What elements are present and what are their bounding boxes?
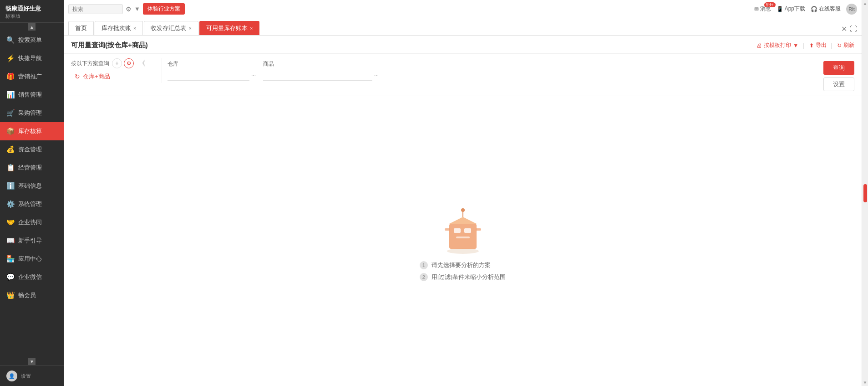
trial-button[interactable]: 体验行业方案 bbox=[143, 3, 185, 15]
operations-icon: 📋 bbox=[6, 164, 15, 172]
app-download-label: App下载 bbox=[785, 5, 805, 13]
customer-service-label: 在线客服 bbox=[819, 5, 841, 13]
tab-bar: 首页 库存批次账 × 收发存汇总表 × 可用量库存账本 × ✕ ⛶ bbox=[64, 18, 862, 36]
sidebar-item-label: 企业协同 bbox=[18, 218, 42, 226]
dropdown-arrow-icon[interactable]: ▼ bbox=[134, 5, 140, 12]
scroll-up-arrow[interactable]: ▲ bbox=[28, 23, 36, 31]
scrollbar-thumb[interactable] bbox=[863, 184, 867, 202]
finance-icon: 💰 bbox=[6, 145, 15, 154]
hint-text-1: 请先选择要分析的方案 bbox=[431, 261, 491, 269]
app-download-button[interactable]: 📱 App下载 bbox=[777, 5, 805, 13]
sidebar-item-operations[interactable]: 📋 经营管理 bbox=[0, 159, 64, 177]
scheme-item-warehouse-product[interactable]: ↻ 仓库+商品 bbox=[71, 70, 156, 83]
empty-hint-2: 2 用[过滤]条件来缩小分析范围 bbox=[420, 273, 506, 281]
sidebar-item-label: 系统管理 bbox=[18, 200, 42, 208]
sidebar-item-basic[interactable]: ℹ️ 基础信息 bbox=[0, 177, 64, 195]
inventory-icon: 📦 bbox=[6, 127, 15, 135]
tab-home[interactable]: 首页 bbox=[68, 21, 94, 35]
tab-available-label: 可用量库存账本 bbox=[206, 24, 248, 32]
right-scrollbar[interactable]: ▲ ▼ bbox=[862, 0, 868, 386]
sidebar-item-marketing[interactable]: 🎁 营销推广 bbox=[0, 67, 64, 86]
print-label: 按模板打印 bbox=[764, 41, 791, 49]
top-header: ⚙ ▼ 体验行业方案 ✉ 消息 99+ 📱 App下载 🎧 在线客服 Rit bbox=[64, 0, 862, 18]
message-icon: ✉ bbox=[754, 6, 759, 12]
sidebar-item-system[interactable]: ⚙️ 系统管理 bbox=[0, 195, 64, 213]
product-field: 商品 ··· bbox=[263, 60, 379, 81]
sidebar-item-member[interactable]: 👑 畅会员 bbox=[0, 286, 64, 304]
tab-actions: ✕ ⛶ bbox=[841, 25, 857, 35]
tab-batch-close[interactable]: × bbox=[133, 26, 136, 31]
purchase-icon: 🛒 bbox=[6, 109, 15, 117]
customer-service-button[interactable]: 🎧 在线客服 bbox=[811, 5, 841, 13]
sidebar-item-inventory[interactable]: 📦 库存核算 bbox=[0, 122, 64, 140]
main-area: ⚙ ▼ 体验行业方案 ✉ 消息 99+ 📱 App下载 🎧 在线客服 Rit bbox=[64, 0, 862, 386]
tab-home-label: 首页 bbox=[75, 24, 87, 32]
export-icon: ⬆ bbox=[809, 42, 814, 49]
wechat-icon: 💬 bbox=[6, 273, 15, 281]
gear-icon[interactable]: ⚙ bbox=[126, 5, 132, 13]
hint-number-2: 2 bbox=[420, 273, 428, 281]
sidebar-item-purchase[interactable]: 🛒 采购管理 bbox=[0, 104, 64, 122]
sidebar-item-label: 畅会员 bbox=[18, 291, 36, 299]
sidebar-item-apps[interactable]: 🏪 应用中心 bbox=[0, 250, 64, 268]
user-avatar[interactable]: Rit bbox=[846, 4, 857, 15]
print-dropdown-icon[interactable]: ▼ bbox=[793, 42, 798, 49]
system-icon: ⚙️ bbox=[6, 200, 15, 208]
warehouse-more[interactable]: ··· bbox=[251, 72, 256, 78]
page-title: 可用量查询(按仓库+商品) bbox=[71, 41, 148, 50]
svg-point-7 bbox=[461, 208, 465, 212]
product-input[interactable] bbox=[263, 70, 372, 81]
sidebar-scroll-up[interactable]: ▲ bbox=[0, 23, 64, 31]
tab-available-close[interactable]: × bbox=[250, 26, 253, 31]
sidebar-item-enterprise[interactable]: 🤝 企业协同 bbox=[0, 213, 64, 232]
filter-actions: 查询 设置 bbox=[823, 60, 854, 91]
sales-icon: 📊 bbox=[6, 91, 15, 99]
sidebar-item-label: 搜索菜单 bbox=[18, 36, 42, 44]
message-button[interactable]: ✉ 消息 99+ bbox=[754, 5, 771, 13]
warehouse-input[interactable] bbox=[168, 70, 249, 81]
svg-rect-5 bbox=[456, 237, 470, 238]
sidebar-item-sales[interactable]: 📊 销售管理 bbox=[0, 86, 64, 104]
sidebar-item-newbie[interactable]: 📖 新手引导 bbox=[0, 232, 64, 250]
query-button[interactable]: 查询 bbox=[823, 61, 854, 75]
setting-button[interactable]: 设置 bbox=[823, 77, 854, 91]
tab-close-button[interactable]: ✕ bbox=[841, 25, 847, 33]
product-more[interactable]: ··· bbox=[374, 72, 379, 78]
scroll-down-btn[interactable]: ▼ bbox=[863, 380, 868, 385]
sidebar-item-shortcut[interactable]: ⚡ 快捷导航 bbox=[0, 49, 64, 67]
print-icon: 🖨 bbox=[756, 42, 762, 49]
newbie-icon: 📖 bbox=[6, 237, 15, 245]
content-area: 可用量查询(按仓库+商品) 🖨 按模板打印 ▼ | ⬆ 导出 | ↻ 刷新 bbox=[64, 36, 862, 386]
sidebar-item-finance[interactable]: 💰 资金管理 bbox=[0, 140, 64, 159]
add-scheme-button[interactable]: + bbox=[112, 58, 122, 68]
tab-maximize-button[interactable]: ⛶ bbox=[850, 25, 857, 33]
scroll-down-arrow[interactable]: ▼ bbox=[28, 358, 36, 365]
refresh-button[interactable]: ↻ 刷新 bbox=[837, 41, 854, 49]
tab-summary[interactable]: 收发存汇总表 × bbox=[144, 21, 198, 35]
collapse-icon[interactable]: 《 bbox=[138, 59, 146, 68]
separator2: | bbox=[831, 42, 832, 49]
sidebar-user[interactable]: 👤 设置 bbox=[0, 365, 64, 386]
filter-icon-group: + ⚙ bbox=[112, 58, 134, 68]
export-label: 导出 bbox=[816, 41, 827, 49]
tab-batch[interactable]: 库存批次账 × bbox=[95, 21, 143, 35]
filter-scheme-label: 按以下方案查询 bbox=[71, 60, 109, 67]
header-left: ⚙ ▼ 体验行业方案 bbox=[68, 3, 751, 15]
sidebar-item-wechat[interactable]: 💬 企业微信 bbox=[0, 268, 64, 286]
sidebar-item-search[interactable]: 🔍 搜索菜单 bbox=[0, 31, 64, 49]
sidebar-user-name: 设置 bbox=[21, 373, 31, 380]
settings-scheme-button[interactable]: ⚙ bbox=[124, 58, 134, 68]
tab-summary-close[interactable]: × bbox=[188, 26, 191, 31]
scroll-up-btn[interactable]: ▲ bbox=[863, 1, 868, 6]
sidebar-item-label: 资金管理 bbox=[18, 145, 42, 154]
tab-available[interactable]: 可用量库存账本 × bbox=[199, 21, 259, 35]
headset-icon: 🎧 bbox=[811, 6, 817, 12]
sidebar-scroll-down[interactable]: ▼ bbox=[0, 357, 64, 365]
basic-icon: ℹ️ bbox=[6, 182, 15, 190]
search-input[interactable] bbox=[68, 4, 123, 14]
export-button[interactable]: ⬆ 导出 bbox=[809, 41, 827, 49]
print-button[interactable]: 🖨 按模板打印 ▼ bbox=[756, 41, 798, 49]
tab-summary-label: 收发存汇总表 bbox=[151, 24, 186, 32]
enterprise-icon: 🤝 bbox=[6, 218, 15, 226]
empty-hint-1: 1 请先选择要分析的方案 bbox=[420, 261, 506, 269]
